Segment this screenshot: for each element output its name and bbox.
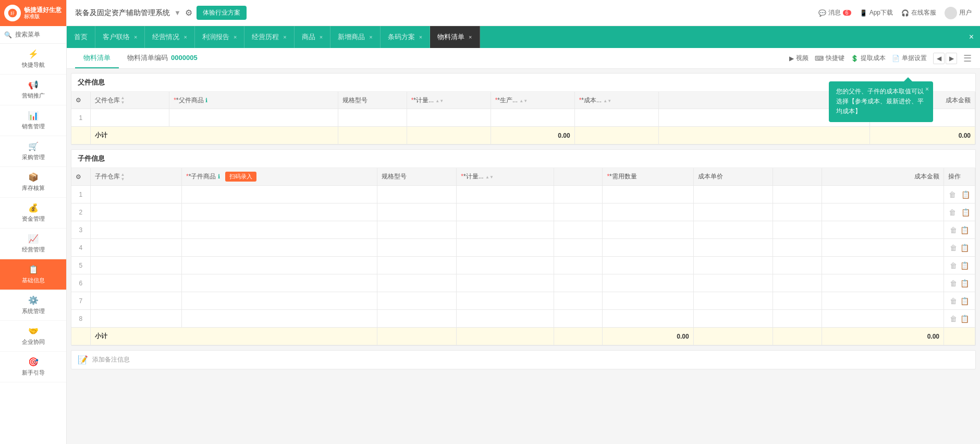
child-subtotal-label: 小计	[90, 328, 377, 345]
child-col-settings[interactable]: ⚙	[71, 168, 90, 186]
note-text[interactable]: 添加备注信息	[92, 355, 130, 364]
child-r2-unitcost[interactable]	[693, 203, 773, 221]
sidebar-item-sales[interactable]: 📊 销售管理	[0, 105, 66, 136]
tooltip-close-button[interactable]: ×	[925, 85, 929, 94]
next-arrow[interactable]: ▶	[946, 53, 957, 64]
tab-barcode[interactable]: 条码方案 ×	[381, 26, 430, 48]
tab-goods-close[interactable]: ×	[320, 34, 323, 40]
child-r1-spec[interactable]	[377, 186, 456, 203]
sidebar-item-purchase[interactable]: 🛒 采购管理	[0, 136, 66, 167]
delete-icon-2[interactable]: 🗑	[949, 208, 956, 217]
copy-icon-6[interactable]: 📋	[960, 279, 969, 287]
copy-icon-8[interactable]: 📋	[960, 315, 969, 323]
copy-icon-4[interactable]: 📋	[960, 244, 969, 252]
sidebar-item-finance[interactable]: 💰 资金管理	[0, 198, 66, 229]
child-r2-spec[interactable]	[377, 203, 456, 221]
shortcut-button[interactable]: ⌨ 快捷键	[815, 54, 844, 63]
online-service-button[interactable]: 🎧 在线客服	[901, 8, 936, 17]
tab-bom[interactable]: 物料清单 ×	[430, 26, 480, 48]
tab-profit[interactable]: 利润报告 ×	[195, 26, 244, 48]
child-goods-help[interactable]: ℹ	[218, 173, 220, 179]
sidebar-item-basicinfo[interactable]: 📋 基础信息	[0, 259, 66, 290]
scan-input-button[interactable]: 扫码录入	[225, 172, 256, 182]
expand-icon[interactable]: ☰	[963, 53, 972, 64]
child-r2-qty[interactable]	[603, 203, 693, 221]
tab-addgoods-close[interactable]: ×	[369, 34, 372, 40]
tab-addgoods[interactable]: 新增商品 ×	[330, 26, 380, 48]
parent-col-warehouse: 父件仓库 ▲▼	[90, 92, 169, 109]
child-r5-ops[interactable]: 🗑📋	[944, 257, 975, 274]
sidebar-item-system[interactable]: ⚙️ 系统管理	[0, 290, 66, 321]
child-r2-goods[interactable]	[182, 203, 377, 221]
child-r2-warehouse[interactable]	[90, 203, 182, 221]
copy-icon-1[interactable]: 📋	[961, 190, 970, 199]
parent-cell-unit[interactable]	[407, 109, 491, 127]
user-button[interactable]: 用户	[945, 7, 972, 19]
child-r1-unit[interactable]	[457, 186, 554, 203]
copy-icon-5[interactable]: 📋	[960, 261, 969, 270]
child-r1-qty[interactable]	[603, 186, 693, 203]
sidebar-item-collab[interactable]: 🤝 企业协同	[0, 321, 66, 352]
app-download-button[interactable]: 📱 App下载	[860, 8, 893, 17]
settings-icon[interactable]: ⚙	[185, 8, 192, 18]
child-r1-goods[interactable]	[182, 186, 377, 203]
parent-goods-help[interactable]: ℹ	[205, 97, 207, 103]
tab-goods[interactable]: 商品 ×	[295, 26, 330, 48]
child-r2-ops[interactable]: 🗑 📋	[944, 203, 975, 221]
sub-tab-code[interactable]: 物料清单编码 0000005	[119, 48, 206, 68]
tab-customer-close[interactable]: ×	[134, 34, 137, 40]
delete-icon-8[interactable]: 🗑	[950, 315, 957, 323]
copy-icon-7[interactable]: 📋	[960, 297, 969, 305]
extract-cost-button[interactable]: 💲 提取成本	[851, 54, 886, 63]
parent-cell-cost[interactable]	[574, 109, 658, 127]
delete-icon-1[interactable]: 🗑	[949, 190, 956, 199]
tab-bom-close[interactable]: ×	[469, 34, 472, 40]
tab-history[interactable]: 经营历程 ×	[244, 26, 294, 48]
delete-icon-7[interactable]: 🗑	[950, 297, 957, 305]
tab-barcode-close[interactable]: ×	[419, 34, 422, 40]
child-r1-ops[interactable]: 🗑 📋	[944, 186, 975, 203]
child-r2-unit[interactable]	[457, 203, 554, 221]
prev-arrow[interactable]: ◀	[933, 53, 945, 64]
sidebar-item-marketing[interactable]: 📢 营销推广	[0, 75, 66, 105]
single-setting-button[interactable]: 📄 单据设置	[892, 54, 927, 63]
sidebar-item-inventory[interactable]: 📦 库存核算	[0, 167, 66, 198]
child-col-ops: 操作	[944, 168, 975, 186]
sidebar-item-newguide[interactable]: 🎯 新手引导	[0, 352, 66, 382]
parent-cell-spec[interactable]	[338, 109, 407, 127]
close-all-tabs[interactable]: ×	[963, 32, 980, 42]
delete-icon-4[interactable]: 🗑	[950, 244, 957, 252]
child-r6-ops[interactable]: 🗑📋	[944, 274, 975, 292]
tab-home[interactable]: 首页	[67, 26, 95, 48]
parent-cell-warehouse[interactable]	[90, 109, 169, 127]
parent-cell-produce[interactable]	[491, 109, 574, 127]
child-section: 子件信息 ⚙ 子件仓库 ▲▼ **子件商品 ℹ	[71, 149, 976, 346]
parent-col-settings[interactable]: ⚙	[71, 92, 90, 109]
message-button[interactable]: 💬 消息 6	[818, 8, 851, 17]
child-r8-ops[interactable]: 🗑📋	[944, 310, 975, 328]
delete-icon-3[interactable]: 🗑	[950, 226, 957, 234]
tab-history-close[interactable]: ×	[283, 34, 286, 40]
child-r1-unitcost[interactable]	[693, 186, 773, 203]
sidebar-search-item[interactable]: 🔍 搜索菜单	[0, 26, 66, 44]
copy-icon-2[interactable]: 📋	[961, 208, 970, 217]
child-r1-warehouse[interactable]	[90, 186, 182, 203]
tab-profit-close[interactable]: ×	[234, 34, 237, 40]
trial-button[interactable]: 体验行业方案	[197, 6, 247, 20]
child-r7-ops[interactable]: 🗑📋	[944, 292, 975, 310]
delete-icon-6[interactable]: 🗑	[950, 279, 957, 287]
parent-cell-goods[interactable]	[169, 109, 338, 127]
sub-tab-bom[interactable]: 物料清单	[75, 48, 119, 68]
sidebar-item-quicknav[interactable]: ⚡ 快捷导航	[0, 44, 66, 75]
tab-operations-close[interactable]: ×	[183, 34, 187, 40]
sidebar-item-operations[interactable]: 📈 经营管理	[0, 229, 66, 259]
view-button[interactable]: ▶ 视频	[789, 54, 808, 63]
delete-icon-5[interactable]: 🗑	[950, 261, 957, 270]
copy-icon-3[interactable]: 📋	[960, 226, 969, 234]
tab-customer[interactable]: 客户联络 ×	[95, 26, 145, 48]
child-r3-ops[interactable]: 🗑📋	[944, 221, 975, 239]
child-r4-ops[interactable]: 🗑📋	[944, 239, 975, 257]
finance-icon: 💰	[28, 203, 39, 213]
tab-operations[interactable]: 经营情况 ×	[145, 26, 194, 48]
child-table-row: 6 🗑📋	[71, 274, 975, 292]
